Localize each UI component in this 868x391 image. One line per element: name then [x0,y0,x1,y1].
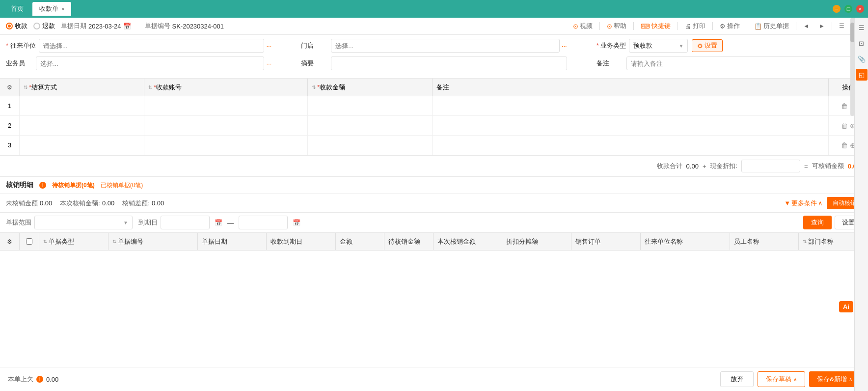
col-amount-header: ⇅ * 收款金额 [308,79,433,96]
date-range-separator: — [227,219,234,226]
operation-btn[interactable]: ⚙ 操作 [717,21,743,31]
print-btn[interactable]: 🖨 打印 [682,21,708,31]
footer-info-icon[interactable]: i [36,376,43,383]
cal-to-icon[interactable]: 📅 [293,219,300,226]
cal-from-icon[interactable]: 📅 [215,219,222,226]
stat-cur-cancel-label: 本次核销金额: [60,199,100,208]
video-icon: ⊙ [573,23,578,30]
summary-field: 摘要 [301,56,567,70]
staff-more-icon[interactable]: ··· [266,60,271,67]
sep4 [712,22,713,30]
bg-checkbox-col[interactable] [20,233,39,250]
verify-tab-done[interactable]: 已核销单据(0笔) [101,181,143,190]
row-settle-3[interactable] [20,136,144,155]
bg-type-header: ⇅ 单据类型 [39,233,108,250]
delete-icon-2[interactable]: 🗑 [841,122,848,130]
row-amount-2[interactable] [308,116,433,135]
radio-receive-dot [6,23,13,29]
row-settle-1[interactable] [20,96,144,115]
history-btn[interactable]: 📋 历史单据 [751,21,792,31]
settings-button[interactable]: ⚙ 设置 [692,39,723,52]
discount-input[interactable] [741,160,800,172]
bill-field: 单据编号 SK-20230324-001 [145,22,224,30]
more-label: 更多条件 [791,199,817,208]
grid-settings-icon[interactable]: ⚙ [0,79,20,96]
bill-value[interactable]: SK-20230324-001 [172,23,224,30]
biz-type-select[interactable]: 预收款 ▼ [629,39,688,53]
row-account-3[interactable] [144,136,308,155]
more-conditions-btn[interactable]: ▼ 更多条件 ∧ [784,199,823,208]
shop-more-icon[interactable]: ··· [562,42,567,50]
calendar-icon[interactable]: 📅 [123,23,131,30]
range-select[interactable]: ▼ [34,216,133,229]
delete-icon-3[interactable]: 🗑 [841,141,848,149]
list-view-btn[interactable]: ☰ [836,22,847,30]
tab-current-label: 收款单 [39,4,58,13]
unit-more-icon[interactable]: ··· [266,42,271,50]
row-settle-2[interactable] [20,116,144,135]
tab-home[interactable]: 首页 [4,2,30,16]
row-remark-1[interactable] [433,96,829,115]
unit-input[interactable] [39,39,265,53]
date-value[interactable]: 2023-03-24 [88,23,121,30]
bg-discount-header: 折扣分摊额 [502,233,571,250]
query-button[interactable]: 查询 [803,216,832,229]
verify-tab-pending[interactable]: 待核销单据(0笔) [52,181,95,190]
staff-input[interactable] [36,56,264,70]
save-new-button[interactable]: 保存&新增 ∧ [809,371,860,387]
verify-info-icon[interactable]: i [39,182,46,189]
abandon-button[interactable]: 放弃 [720,371,754,387]
toolbar: 收款 退款 单据日期 2023-03-24 📅 单据编号 SK-20230324… [0,18,868,35]
video-btn[interactable]: ⊙ 视频 [570,21,596,31]
row-account-2[interactable] [144,116,308,135]
close-button[interactable]: × [856,5,864,13]
remark-field: 备注 [597,56,862,70]
minimize-button[interactable]: − [833,5,841,13]
sep7 [832,22,832,30]
tab-current[interactable]: 收款单 × [32,2,71,16]
form-row-1: 往来单位 ··· 门店 ··· 业务类型 预收款 ▼ ⚙ 设置 [6,39,862,53]
row-amount-3[interactable] [308,136,433,155]
save-draft-button[interactable]: 保存草稿 ∧ [758,371,805,387]
row-amount-1[interactable] [308,96,433,115]
radio-return[interactable]: 退款 [33,22,55,30]
window-controls: − □ × [833,5,864,13]
sidebar-attach-icon[interactable]: 📎 [856,53,868,65]
help-btn[interactable]: ⊙ 帮助 [604,21,629,31]
row-remark-3[interactable] [433,136,829,155]
row-op-icons-3: 🗑 ⊕ [841,141,856,149]
remark-input[interactable] [626,56,862,70]
select-all-checkbox[interactable] [26,238,32,245]
summary-input[interactable] [331,56,567,70]
due-date-from-input[interactable]: 2022-04-01 [161,216,210,229]
sidebar-grid-icon[interactable]: ⊡ [856,37,868,49]
tab-close-icon[interactable]: × [61,6,64,12]
prev-btn[interactable]: ◄ [800,22,812,30]
due-date-to-input[interactable]: 2022-04-12 [239,216,288,229]
delete-icon-1[interactable]: 🗑 [841,102,848,110]
shortcut-btn[interactable]: ⌨ 快捷键 [638,21,674,31]
radio-receive[interactable]: 收款 [6,22,27,30]
maximize-button[interactable]: □ [844,5,852,13]
sidebar-table-icon[interactable]: ☰ [856,22,868,33]
sidebar-expand-icon[interactable]: ◱ [856,69,868,81]
operation-icon: ⚙ [720,23,726,30]
shop-input[interactable] [331,39,559,53]
scrollbar[interactable] [850,18,854,116]
footer: 本单上欠 i 0.00 放弃 保存草稿 ∧ 保存&新增 ∧ [0,367,868,391]
next-btn[interactable]: ► [816,22,828,30]
footer-right: 放弃 保存草稿 ∧ 保存&新增 ∧ [720,371,860,387]
ai-badge[interactable]: Ai [839,301,853,312]
help-label: 帮助 [614,22,626,30]
save-new-label: 保存&新增 [817,375,847,384]
total-label-3: 可核销金额 [812,162,844,170]
verify-title: 核销明细 [6,181,33,190]
row-remark-2[interactable] [433,116,829,135]
filter-right: 查询 设置 [803,216,862,229]
row-account-1[interactable] [144,96,308,115]
form-area: 往来单位 ··· 门店 ··· 业务类型 预收款 ▼ ⚙ 设置 [0,35,868,79]
table-row: 1 🗑 ⊕ [0,96,868,116]
stat-uncanceled-label: 未核销金额 [6,199,38,208]
scroll-thumb[interactable] [850,23,854,42]
bg-settings-icon[interactable]: ⚙ [0,233,20,250]
